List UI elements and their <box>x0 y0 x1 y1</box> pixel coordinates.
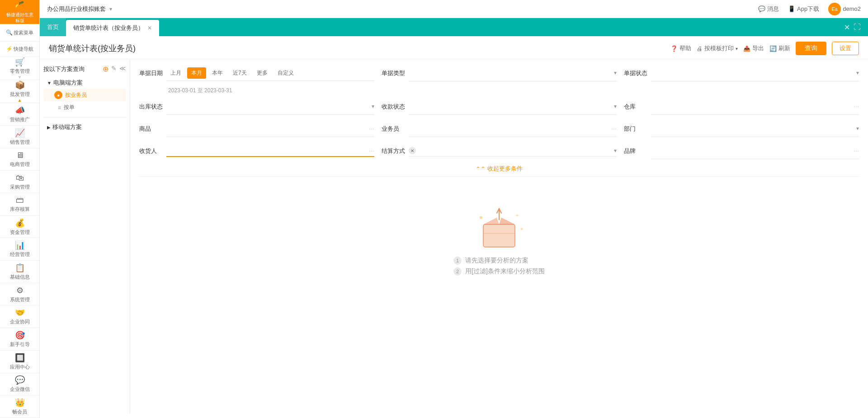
date-btn-7days[interactable]: 近7天 <box>229 67 251 79</box>
salesperson-label: 业务员 <box>382 125 405 133</box>
settlement-tag-close[interactable]: ✕ <box>409 147 416 154</box>
filter-doctype: 单据类型 ▾ <box>382 65 617 81</box>
sidebar-item-wholesale[interactable]: 📦 批发管理 ▲ <box>0 80 40 103</box>
tab-close-all-icon[interactable]: ✕ <box>844 23 850 32</box>
outstock-dropdown[interactable]: ▾ <box>166 100 374 113</box>
home-tab-label: 首页 <box>47 23 59 31</box>
salesperson-dropdown[interactable]: ··· <box>409 122 617 135</box>
svg-point-3 <box>480 216 482 219</box>
divider <box>43 117 126 118</box>
receiver-dots[interactable]: ··· <box>369 147 374 154</box>
brand-dropdown[interactable]: ··· <box>651 144 859 157</box>
sidebar-item-member[interactable]: 👑 畅会员 <box>0 395 40 418</box>
template-print-action[interactable]: 🖨 按模板打印 ▾ <box>697 44 738 52</box>
export-action[interactable]: 📤 导出 <box>743 44 764 52</box>
app-download-icon: 📱 <box>788 5 795 12</box>
dept-dropdown[interactable]: ▾ <box>651 122 859 135</box>
query-button[interactable]: 查询 <box>796 42 826 55</box>
warehouse-dropdown[interactable]: ··· <box>651 100 859 113</box>
filter-receiver: 收货人 ··· <box>139 145 374 157</box>
messages-icon: 💬 <box>758 5 765 12</box>
payment-arrow: ▾ <box>614 103 617 109</box>
collapse-filters[interactable]: ⌃⌃ 收起更多条件 <box>139 165 859 173</box>
scheme-item-salesperson[interactable]: ● 按业务员 <box>43 89 126 101</box>
sidebar-item-retail[interactable]: 🛒 零售管理 ▼ <box>0 57 40 80</box>
header-dropdown-icon[interactable]: ▾ <box>109 6 112 12</box>
sidebar-item-marketing[interactable]: 📣 营销推广 <box>0 103 40 126</box>
date-btn-more[interactable]: 更多 <box>253 67 272 79</box>
tab-home[interactable]: 首页 <box>40 18 66 36</box>
messages-button[interactable]: 💬 消息 <box>758 5 779 13</box>
sidebar-item-finance[interactable]: 💰 资金管理 <box>0 216 40 238</box>
goods-dropdown[interactable]: ··· <box>166 122 374 135</box>
sidebar-item-system[interactable]: ⚙ 系统管理 <box>0 283 40 306</box>
user-name: demo2 <box>843 5 861 12</box>
tab-sales-stats[interactable]: 销货单统计表（按业务员） ✕ <box>66 20 159 36</box>
edit-scheme-icon[interactable]: ✎ <box>111 65 117 73</box>
content-area: 销货单统计表(按业务员) ❓ 帮助 🖨 按模板打印 ▾ 📤 导出 <box>40 36 868 418</box>
avatar: Ea <box>828 3 841 15</box>
sidebar-item-wechat[interactable]: 💬 企业微信 <box>0 373 40 396</box>
svg-rect-0 <box>483 224 515 247</box>
brand-dots[interactable]: ··· <box>854 147 859 154</box>
refresh-action[interactable]: 🔄 刷新 <box>769 44 790 52</box>
sidebar-item-basic[interactable]: 📋 基础信息 <box>0 261 40 283</box>
scheme-item-doc[interactable]: ≡ 按单 <box>43 101 126 114</box>
user-profile[interactable]: Ea demo2 <box>828 3 861 15</box>
sales-label: 销售管理 <box>10 139 30 146</box>
doctype-arrow: ▾ <box>614 70 617 76</box>
collapse-label: 收起更多条件 <box>487 165 523 173</box>
date-range-text: 2023-03-01 至 2023-03-31 <box>168 87 232 94</box>
desktop-group-header[interactable]: ▼ 电脑端方案 <box>43 77 126 89</box>
date-btn-custom[interactable]: 自定义 <box>274 67 298 79</box>
sidebar-quick-nav[interactable]: ⚡ 快捷导航 <box>0 42 40 57</box>
page-title: 销货单统计表(按业务员) <box>49 43 136 54</box>
sidebar-item-ecommerce[interactable]: 🖥 电商管理 <box>0 148 40 171</box>
page: 销货单统计表(按业务员) ❓ 帮助 🖨 按模板打印 ▾ 📤 导出 <box>40 36 868 418</box>
brand-control: ··· <box>651 142 859 159</box>
app-download-button[interactable]: 📱 App下载 <box>788 5 819 13</box>
receiver-input[interactable] <box>166 147 367 154</box>
empty-illustration <box>472 204 526 249</box>
tip-num-2: 2 <box>453 267 462 276</box>
filter-salesperson: 业务员 ··· <box>382 120 617 137</box>
filter-row-4: 收货人 ··· 结算方式 ✕ <box>139 142 859 159</box>
left-panel-title: 按以下方案查询 <box>43 65 85 73</box>
filter-dept: 部门 ▾ <box>624 120 859 137</box>
sidebar-item-sales[interactable]: 📈 销售管理 <box>0 126 40 148</box>
help-action[interactable]: ❓ 帮助 <box>670 44 691 52</box>
payment-dropdown[interactable]: ▾ <box>409 100 617 113</box>
export-label: 导出 <box>752 44 764 52</box>
operations-label: 经营管理 <box>10 251 30 258</box>
desktop-scheme-group: ▼ 电脑端方案 ● 按业务员 ≡ 按单 <box>43 77 126 114</box>
sidebar-search[interactable]: 🔍 搜索菜单 <box>0 24 40 41</box>
settlement-label: 结算方式 <box>382 147 405 155</box>
sidebar-item-purchase[interactable]: 🛍 采购管理 <box>0 171 40 193</box>
mobile-group-header[interactable]: ▶ 移动端方案 <box>43 121 126 133</box>
docstatus-dropdown[interactable]: ▾ <box>651 66 859 79</box>
add-scheme-icon[interactable]: ⊕ <box>103 65 108 73</box>
tab-expand-icon[interactable]: ⛶ <box>854 23 861 31</box>
doctype-dropdown[interactable]: ▾ <box>409 66 617 79</box>
operations-icon: 📊 <box>15 240 25 250</box>
print-dropdown-icon: ▾ <box>736 46 738 51</box>
settings-button[interactable]: 设置 <box>832 42 859 55</box>
sidebar-item-newbie[interactable]: 🎯 新手引导 <box>0 328 40 351</box>
date-btn-thisyear[interactable]: 本年 <box>208 67 227 79</box>
sidebar-item-operations[interactable]: 📊 经营管理 <box>0 238 40 261</box>
date-btn-thismonth[interactable]: 本月 <box>187 67 206 79</box>
receiver-label: 收货人 <box>139 147 163 155</box>
goods-dots[interactable]: ··· <box>369 125 374 132</box>
salesperson-dots[interactable]: ··· <box>611 125 617 132</box>
sidebar-item-apps[interactable]: 🔲 应用中心 <box>0 351 40 373</box>
left-panel-header: 按以下方案查询 ⊕ ✎ ≪ <box>43 65 126 73</box>
goods-label: 商品 <box>139 125 163 133</box>
date-btn-lastmonth[interactable]: 上月 <box>166 67 185 79</box>
svg-point-4 <box>516 214 518 216</box>
filter-row-2: 出库状态 ▾ 收款状态 <box>139 98 859 115</box>
sidebar-item-inventory[interactable]: 🗃 库存核算 <box>0 193 40 216</box>
sidebar-item-enterprise[interactable]: 🤝 企业协同 <box>0 305 40 328</box>
tab-close-button[interactable]: ✕ <box>147 25 152 31</box>
warehouse-dots[interactable]: ··· <box>854 103 859 110</box>
collapse-left-icon[interactable]: ≪ <box>119 65 126 73</box>
